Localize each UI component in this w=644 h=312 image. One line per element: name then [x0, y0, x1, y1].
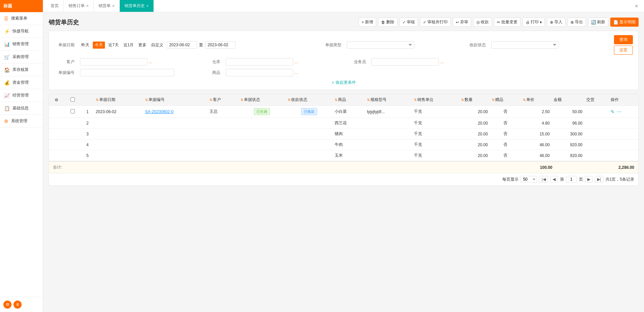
- edit-action-icon[interactable]: ✎: [611, 109, 615, 114]
- cell-doc-no: [143, 129, 207, 139]
- date-separator: 至: [199, 42, 203, 48]
- salesperson-input[interactable]: [371, 58, 439, 66]
- cell-goods: 玉米: [333, 150, 365, 161]
- shortcut-custom[interactable]: 自定义: [150, 42, 165, 49]
- customer-input[interactable]: [80, 58, 147, 66]
- shortcut-7days[interactable]: 近7天: [107, 42, 120, 49]
- col-collect-status[interactable]: ⇅收款状态: [286, 94, 333, 106]
- shortcut-today[interactable]: 今天: [93, 42, 105, 49]
- tab-sales-order[interactable]: 销售订单 ✕: [64, 0, 94, 12]
- sidebar-item-basic-info[interactable]: 📋 基础信息: [0, 102, 43, 115]
- col-index: [81, 94, 94, 106]
- next-page-button[interactable]: ▶: [585, 176, 593, 183]
- print-button[interactable]: 🖨 打印 ▾: [523, 18, 545, 27]
- sidebar-item-system-mgmt[interactable]: ⚙ 系统管理: [0, 115, 43, 128]
- show-detail-button[interactable]: 📄 显示明细: [610, 18, 639, 27]
- shortcut-yesterday[interactable]: 昨天: [80, 42, 91, 49]
- col-doc-no[interactable]: ⇅单据编号: [143, 94, 207, 106]
- row-checkbox[interactable]: [71, 109, 75, 113]
- add-button[interactable]: + 新增: [359, 18, 376, 27]
- tab-close-sales-history[interactable]: ✕: [146, 4, 149, 8]
- sidebar-item-inventory[interactable]: 🏠 库存核算: [0, 63, 43, 76]
- abandon-button[interactable]: ↩ 弃审: [453, 18, 471, 27]
- warehouse-input[interactable]: [226, 58, 293, 66]
- date-from-input[interactable]: [167, 41, 197, 49]
- batch-change-button[interactable]: ✏ 批量变更: [494, 18, 521, 27]
- select-all-checkbox[interactable]: [71, 97, 75, 102]
- filter-collapse-button[interactable]: ∧ 收起更条件: [54, 80, 633, 85]
- sidebar-item-quick-nav[interactable]: ⚡ 快捷导航: [0, 25, 43, 38]
- collect-button[interactable]: ◎ 收款: [473, 18, 492, 27]
- sidebar-item-ops-mgmt[interactable]: 📈 经营管理: [0, 89, 43, 102]
- cell-doc-status: [239, 118, 285, 129]
- col-gift[interactable]: ⇅赠品: [490, 94, 521, 106]
- sidebar-item-label: 销售管理: [12, 41, 29, 47]
- col-qty[interactable]: ⇅数量: [459, 94, 490, 106]
- audit-print-button[interactable]: ✓ 审核并打印: [420, 18, 451, 27]
- page-size-select[interactable]: 50 20 100: [521, 176, 537, 183]
- col-doc-status[interactable]: ⇅单据状态: [239, 94, 285, 106]
- tab-sales-goods[interactable]: 销货单 ✕: [94, 0, 120, 12]
- sidebar-item-purchase-mgmt[interactable]: 🛒 采购管理: [0, 51, 43, 63]
- close-all-tabs-button[interactable]: ✕: [632, 3, 641, 9]
- col-spec[interactable]: ⇅规格型号: [365, 94, 412, 106]
- customer-ellipsis[interactable]: ...: [149, 59, 152, 64]
- sidebar-item-label: 资金管理: [12, 80, 29, 85]
- data-table-container: ⚙ ⇅单据日期 ⇅单据编号 ⇅客户 ⇅单据状态 ⇅收款状态 ⇅商品 ⇅规格型号 …: [49, 94, 639, 186]
- tab-home[interactable]: 首页: [46, 0, 64, 12]
- cell-actions: ✎ ⋯: [609, 106, 638, 118]
- date-to-input[interactable]: [205, 41, 235, 49]
- import-button[interactable]: ⊕ 导入: [547, 18, 565, 27]
- tab-sales-history[interactable]: 销货单历史 ✕: [120, 0, 154, 12]
- doc-no-input[interactable]: [80, 69, 174, 76]
- sidebar-pause-button[interactable]: ⏸: [13, 301, 22, 309]
- sidebar-item-label: 库存核算: [12, 67, 29, 73]
- first-page-button[interactable]: |◀: [539, 176, 548, 183]
- shortcut-more[interactable]: 更多: [137, 42, 148, 49]
- tab-close-sales-goods[interactable]: ✕: [112, 4, 115, 8]
- cell-doc-no: [143, 150, 207, 161]
- cell-amount: 96.00: [552, 118, 584, 129]
- col-unit[interactable]: ⇅销售单位: [412, 94, 459, 106]
- col-price[interactable]: ⇅单价: [521, 94, 552, 106]
- goods-input[interactable]: [226, 69, 293, 76]
- page-number-input[interactable]: [566, 176, 577, 183]
- audit-button[interactable]: ✓ 审核: [399, 18, 418, 27]
- salesperson-ellipsis[interactable]: ...: [440, 59, 444, 64]
- app-title: 标题: [0, 0, 43, 12]
- sidebar-item-finance[interactable]: 💰 资金管理: [0, 76, 43, 89]
- warehouse-ellipsis[interactable]: ...: [295, 59, 298, 64]
- query-button[interactable]: 查询: [614, 35, 633, 44]
- prev-page-button[interactable]: ◀: [550, 176, 558, 183]
- last-page-button[interactable]: ▶|: [595, 176, 604, 183]
- refresh-button[interactable]: 🔄 刷新: [588, 18, 608, 27]
- doc-no-control: [80, 69, 195, 76]
- goods-ellipsis[interactable]: ...: [295, 70, 298, 75]
- main-content: 首页 销售订单 ✕ 销货单 ✕ 销货单历史 ✕ ✕ 销货单历史 + 新增: [43, 0, 644, 312]
- cell-doc-date: [94, 129, 143, 139]
- cell-qty: 20.00: [459, 106, 490, 118]
- col-customer[interactable]: ⇅客户: [207, 94, 239, 106]
- sidebar-settings-button[interactable]: ⚙: [3, 301, 11, 309]
- cell-index: 2: [81, 118, 94, 129]
- collect-status-select[interactable]: [491, 41, 559, 49]
- cell-gift: 否: [490, 118, 521, 129]
- export-button[interactable]: ⊗ 导出: [567, 18, 586, 27]
- sidebar-item-label: 采购管理: [12, 54, 29, 60]
- sidebar-item-sales-mgmt[interactable]: 📊 销售管理: [0, 38, 43, 51]
- doc-type-label: 单据类型: [323, 42, 341, 48]
- doc-type-select[interactable]: [347, 41, 414, 49]
- show-detail-icon: 📄: [613, 20, 618, 25]
- col-settings[interactable]: ⚙: [49, 94, 64, 106]
- sidebar-item-search-menu[interactable]: ☰ 搜索菜单: [0, 12, 43, 25]
- shortcut-1month[interactable]: 近1月: [122, 42, 135, 49]
- doc-no-link[interactable]: SA-20230602-0: [145, 109, 173, 114]
- col-goods[interactable]: ⇅商品: [333, 94, 365, 106]
- delete-button[interactable]: 🗑 删除: [378, 18, 397, 27]
- more-action-icon[interactable]: ⋯: [617, 109, 621, 114]
- sidebar-item-label: 基础信息: [12, 105, 29, 111]
- cell-spec: [365, 150, 412, 161]
- setting-button[interactable]: 设置: [614, 46, 633, 55]
- col-doc-date[interactable]: ⇅单据日期: [94, 94, 143, 106]
- tab-close-sales-order[interactable]: ✕: [86, 4, 89, 8]
